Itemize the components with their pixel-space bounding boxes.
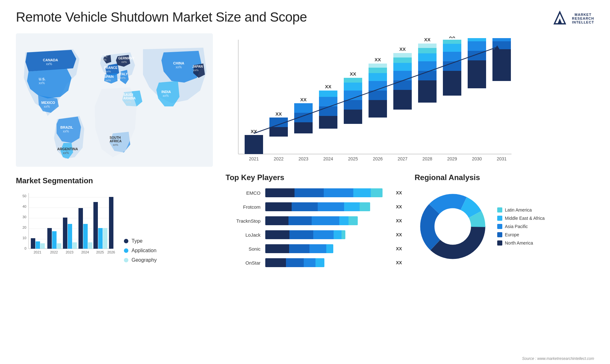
svg-text:U.K.: U.K. <box>101 54 107 58</box>
svg-text:2031: 2031 <box>497 156 506 161</box>
svg-text:2026: 2026 <box>107 250 115 254</box>
legend-latin-america: Latin America <box>497 207 545 212</box>
svg-text:2025: 2025 <box>348 156 358 161</box>
page-container: Remote Vehicle Shutdown Market Size and … <box>0 0 610 364</box>
legend-label-type: Type <box>132 238 143 244</box>
svg-rect-136 <box>109 197 113 249</box>
svg-text:xx%: xx% <box>163 94 169 98</box>
svg-rect-85 <box>443 71 461 96</box>
legend-dot-geography <box>124 258 128 262</box>
player-bar-lojack <box>265 230 389 239</box>
svg-text:SPAIN: SPAIN <box>104 75 114 78</box>
svg-text:XX: XX <box>300 97 307 102</box>
svg-text:XX: XX <box>474 37 480 37</box>
legend-item-geography: Geography <box>124 257 157 263</box>
segmentation-content: 0 10 20 30 40 50 2 <box>16 190 213 263</box>
svg-rect-122 <box>57 243 61 249</box>
svg-text:XX: XX <box>399 46 406 52</box>
source-text: Source : www.marketresearchintellect.com <box>522 356 594 361</box>
svg-text:xx%: xx% <box>113 143 118 146</box>
player-name-tracknstop: TracknStop <box>226 218 261 224</box>
player-row-sonic: Sonic XX <box>226 244 402 253</box>
svg-rect-66 <box>369 64 387 68</box>
logo-text: MARKET RESEARCH INTELLECT <box>572 13 594 24</box>
svg-text:2025: 2025 <box>96 250 104 254</box>
legend-color-mea <box>497 216 502 221</box>
svg-rect-116 <box>31 238 35 249</box>
world-map-svg: CANADA xx% U.S. xx% MEXICO xx% BRAZIL xx… <box>16 33 213 167</box>
svg-text:xx%: xx% <box>105 79 111 82</box>
legend-dot-type <box>124 239 128 243</box>
player-val-sonic: XX <box>396 246 402 251</box>
svg-text:2026: 2026 <box>373 156 383 161</box>
svg-rect-70 <box>393 80 412 90</box>
svg-text:xx%: xx% <box>105 70 111 73</box>
legend-color-asia-pacific <box>497 224 502 229</box>
svg-text:XX: XX <box>498 37 505 37</box>
bar-chart-section: XX 2021 XX 2022 XX 2023 XX 2024 <box>222 33 594 170</box>
player-val-onstar: XX <box>396 260 402 265</box>
svg-rect-81 <box>418 48 437 53</box>
svg-text:FRANCE: FRANCE <box>104 66 118 70</box>
svg-rect-125 <box>68 224 72 249</box>
legend-color-europe <box>497 232 502 237</box>
svg-rect-92 <box>468 60 486 88</box>
svg-text:2030: 2030 <box>472 156 482 161</box>
svg-text:xx%: xx% <box>63 151 69 155</box>
svg-text:2022: 2022 <box>274 156 283 161</box>
svg-rect-64 <box>369 73 387 81</box>
svg-text:2023: 2023 <box>66 250 73 254</box>
legend-text-mea: Middle East & Africa <box>505 216 545 221</box>
svg-rect-48 <box>319 116 337 129</box>
svg-rect-80 <box>418 53 437 61</box>
svg-text:0: 0 <box>24 246 26 250</box>
svg-text:CHINA: CHINA <box>173 61 184 65</box>
seg-legend: Type Application Geography <box>124 238 157 263</box>
svg-rect-43 <box>294 122 313 133</box>
svg-text:20: 20 <box>23 226 26 229</box>
svg-rect-55 <box>344 100 362 110</box>
logo-area: MARKET RESEARCH INTELLECT <box>551 10 594 27</box>
svg-text:XX: XX <box>275 111 282 117</box>
svg-text:40: 40 <box>23 205 26 208</box>
svg-rect-117 <box>36 241 40 249</box>
player-row-lojack: LoJack XX <box>226 230 402 239</box>
svg-rect-129 <box>83 224 88 249</box>
player-row-tracknstop: TracknStop XX <box>226 216 402 225</box>
svg-rect-54 <box>344 110 362 124</box>
logo-icon <box>551 10 569 27</box>
legend-item-type: Type <box>124 238 157 244</box>
svg-rect-72 <box>393 63 412 71</box>
svg-text:XX: XX <box>449 37 455 39</box>
legend-text-europe: Europe <box>505 232 519 237</box>
svg-text:XX: XX <box>350 71 356 77</box>
regional-title: Regional Analysis <box>415 173 591 182</box>
svg-text:XX: XX <box>325 84 331 89</box>
svg-text:xx%: xx% <box>39 81 45 85</box>
svg-rect-73 <box>393 57 412 63</box>
legend-north-america: North America <box>497 240 545 246</box>
svg-text:10: 10 <box>23 236 26 240</box>
regional-section: Regional Analysis <box>411 173 594 359</box>
legend-text-latin-america: Latin America <box>505 207 532 212</box>
svg-text:2024: 2024 <box>81 250 89 254</box>
player-name-frotcom: Frotcom <box>226 204 261 210</box>
player-row-frotcom: Frotcom XX <box>226 202 402 211</box>
svg-rect-45 <box>294 103 313 113</box>
svg-rect-132 <box>93 202 98 249</box>
player-name-sonic: Sonic <box>226 246 261 252</box>
player-name-onstar: OnStar <box>226 260 261 266</box>
bottom-left: Market Segmentation 0 10 20 30 40 50 <box>16 173 213 359</box>
legend-dot-application <box>124 248 128 253</box>
svg-text:xx%: xx% <box>44 105 50 108</box>
svg-rect-95 <box>468 38 486 41</box>
svg-text:U.S.: U.S. <box>39 77 45 81</box>
svg-text:XX: XX <box>375 57 381 62</box>
svg-rect-118 <box>40 243 45 249</box>
player-row-emco: EMCO XX <box>226 188 402 197</box>
svg-rect-82 <box>418 44 437 48</box>
svg-text:xx%: xx% <box>193 69 199 72</box>
player-val-lojack: XX <box>396 232 402 237</box>
donut-chart-svg <box>415 188 491 265</box>
legend-text-north-america: North America <box>505 240 533 246</box>
